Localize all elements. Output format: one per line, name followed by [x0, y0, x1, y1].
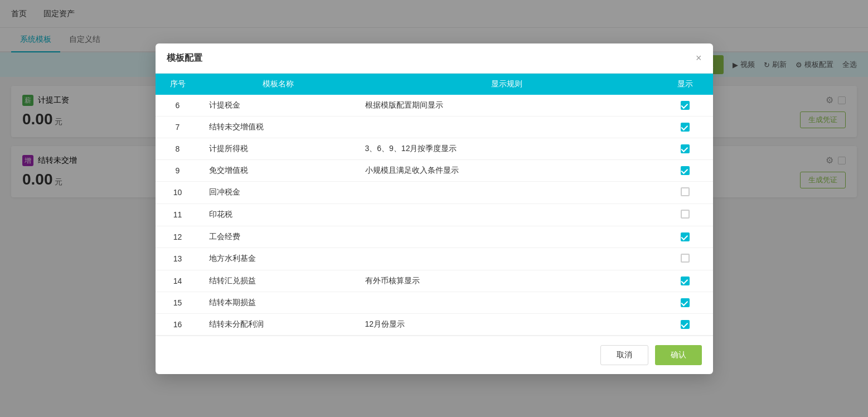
row-checkbox[interactable]	[681, 166, 690, 175]
table-row: 11印花税	[156, 203, 713, 226]
row-checkbox-cell	[657, 248, 713, 270]
row-id: 13	[156, 248, 200, 270]
row-checkbox[interactable]	[681, 144, 690, 153]
row-rule: 小规模且满足收入条件显示	[356, 159, 657, 181]
table-header: 序号 模板名称 显示规则 显示	[156, 74, 713, 95]
row-rule	[356, 226, 657, 248]
row-checkbox-cell	[657, 270, 713, 292]
table-body: 6计提税金根据模版配置期间显示7结转未交增值税8计提所得税3、6、9、12月按季…	[156, 95, 713, 336]
row-name: 结转未分配利润	[200, 313, 356, 335]
col-show: 显示	[657, 74, 713, 95]
row-checkbox-cell	[657, 292, 713, 313]
row-id: 14	[156, 270, 200, 292]
row-name: 地方水利基金	[200, 248, 356, 270]
row-checkbox[interactable]	[681, 187, 690, 196]
row-name: 免交增值税	[200, 159, 356, 181]
template-config-dialog: 模板配置 × 序号 模板名称 显示规则 显示 6计提税金根据模版配置期间显示7结…	[156, 43, 713, 374]
row-checkbox-cell	[657, 138, 713, 159]
row-id: 6	[156, 95, 200, 117]
dialog-title: 模板配置	[167, 52, 202, 64]
row-checkbox[interactable]	[681, 298, 690, 307]
row-name: 印花税	[200, 203, 356, 226]
row-checkbox-cell	[657, 181, 713, 203]
confirm-button[interactable]: 确认	[655, 345, 702, 365]
row-rule: 根据模版配置期间显示	[356, 95, 657, 117]
modal-overlay: 模板配置 × 序号 模板名称 显示规则 显示 6计提税金根据模版配置期间显示7结…	[0, 0, 868, 417]
row-rule: 3、6、9、12月按季度显示	[356, 138, 657, 159]
row-checkbox[interactable]	[681, 277, 690, 285]
row-checkbox[interactable]	[681, 254, 690, 263]
config-table: 序号 模板名称 显示规则 显示 6计提税金根据模版配置期间显示7结转未交增值税8…	[156, 74, 713, 336]
table-row: 15结转本期损益	[156, 292, 713, 313]
table-row: 13地方水利基金	[156, 248, 713, 270]
dialog-footer: 取消 确认	[156, 336, 713, 374]
cancel-button[interactable]: 取消	[600, 345, 648, 365]
row-name: 回冲税金	[200, 181, 356, 203]
row-checkbox[interactable]	[681, 123, 690, 132]
table-row: 14结转汇兑损益有外币核算显示	[156, 270, 713, 292]
row-id: 9	[156, 159, 200, 181]
dialog-close-button[interactable]: ×	[696, 53, 702, 63]
row-rule: 12月份显示	[356, 313, 657, 335]
row-checkbox-cell	[657, 313, 713, 335]
row-rule	[356, 292, 657, 313]
table-row: 8计提所得税3、6、9、12月按季度显示	[156, 138, 713, 159]
row-rule	[356, 116, 657, 138]
row-id: 7	[156, 116, 200, 138]
row-rule	[356, 181, 657, 203]
row-id: 8	[156, 138, 200, 159]
row-id: 16	[156, 313, 200, 335]
row-checkbox-cell	[657, 95, 713, 117]
row-rule	[356, 203, 657, 226]
table-row: 9免交增值税小规模且满足收入条件显示	[156, 159, 713, 181]
row-name: 结转本期损益	[200, 292, 356, 313]
table-row: 10回冲税金	[156, 181, 713, 203]
table-row: 16结转未分配利润12月份显示	[156, 313, 713, 335]
table-row: 7结转未交增值税	[156, 116, 713, 138]
row-id: 12	[156, 226, 200, 248]
col-id: 序号	[156, 74, 200, 95]
row-checkbox-cell	[657, 159, 713, 181]
table-row: 12工会经费	[156, 226, 713, 248]
row-checkbox[interactable]	[681, 101, 690, 110]
row-checkbox-cell	[657, 226, 713, 248]
row-checkbox[interactable]	[681, 232, 690, 241]
row-name: 计提税金	[200, 95, 356, 117]
row-name: 结转汇兑损益	[200, 270, 356, 292]
row-id: 15	[156, 292, 200, 313]
row-checkbox[interactable]	[681, 320, 690, 329]
row-name: 计提所得税	[200, 138, 356, 159]
row-checkbox-cell	[657, 116, 713, 138]
col-rule: 显示规则	[356, 74, 657, 95]
row-checkbox[interactable]	[681, 210, 690, 219]
dialog-header: 模板配置 ×	[156, 43, 713, 74]
row-name: 结转未交增值税	[200, 116, 356, 138]
row-checkbox-cell	[657, 203, 713, 226]
row-rule	[356, 248, 657, 270]
table-row: 6计提税金根据模版配置期间显示	[156, 95, 713, 117]
row-id: 11	[156, 203, 200, 226]
row-id: 10	[156, 181, 200, 203]
row-rule: 有外币核算显示	[356, 270, 657, 292]
col-name: 模板名称	[200, 74, 356, 95]
dialog-body: 序号 模板名称 显示规则 显示 6计提税金根据模版配置期间显示7结转未交增值税8…	[156, 74, 713, 336]
row-name: 工会经费	[200, 226, 356, 248]
